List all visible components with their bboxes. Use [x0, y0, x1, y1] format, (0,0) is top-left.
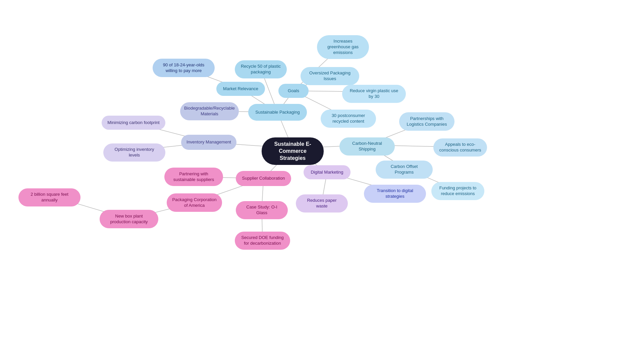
node-increases_ghg: Increases greenhouse gas emissions	[317, 35, 369, 59]
node-carbon_offset: Carbon Offset Programs	[376, 161, 433, 179]
node-new_box_plant: New box plant production capacity	[100, 210, 158, 228]
node-market_relevance: Market Relevance	[216, 82, 265, 96]
node-reduce_virgin: Reduce virgin plastic use by 30	[342, 85, 406, 103]
node-optimizing: Optimizing inventory levels	[103, 143, 165, 162]
node-pay_more: 90 of 18-24-year-olds willing to pay mor…	[153, 59, 215, 77]
node-goals: Goals	[278, 84, 309, 98]
node-biodegradable: Biodegradable/Recyclable Materials	[180, 102, 239, 120]
node-billion_sq_ft: 2 billion square feet annually	[18, 188, 80, 206]
node-inventory_mgmt: Inventory Management	[181, 135, 236, 150]
node-packaging_corp: Packaging Corporation of America	[167, 193, 222, 212]
mind-map: Sustainable E-Commerce StrategiesSustain…	[0, 0, 644, 363]
node-reduces_paper: Reduces paper waste	[296, 194, 348, 213]
node-supplier_collab: Supplier Collaboration	[236, 171, 291, 186]
node-partnering_sustainable: Partnering with sustainable suppliers	[164, 168, 223, 186]
node-postconsumer: 30 postconsumer recycled content	[321, 110, 376, 128]
node-recycle50: Recycle 50 of plastic packaging	[235, 60, 287, 78]
node-carbon_neutral: Carbon-Neutral Shipping	[339, 137, 395, 156]
node-secured_doe: Secured DOE funding for decarbonization	[235, 232, 290, 250]
node-funding_projects: Funding projects to reduce emissions	[431, 182, 484, 200]
node-minimizing_carbon: Minimizing carbon footprint	[102, 116, 165, 130]
node-digital_marketing: Digital Marketing	[304, 165, 351, 179]
node-sustainable_packaging: Sustainable Packaging	[248, 104, 307, 121]
node-case_study: Case Study: O-I Glass	[236, 201, 288, 219]
node-center: Sustainable E-Commerce Strategies	[262, 137, 324, 165]
node-transition_digital: Transition to digital strategies	[364, 185, 426, 203]
node-appeals_eco: Appeals to eco-conscious consumers	[433, 138, 487, 157]
node-oversized: Oversized Packaging Issues	[301, 67, 359, 85]
node-partnerships_logistics: Partnerships with Logistics Companies	[399, 112, 454, 131]
